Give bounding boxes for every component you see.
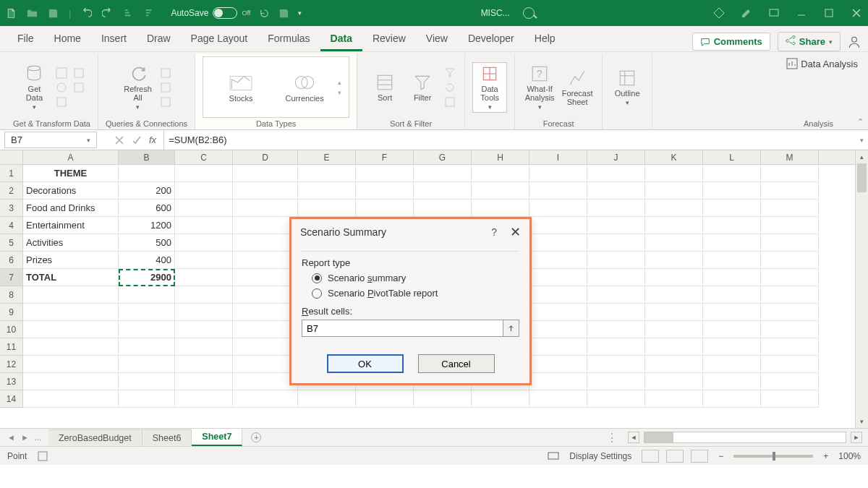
cell[interactable]: [233, 269, 298, 286]
cell[interactable]: [529, 269, 587, 286]
radio-pivot-report[interactable]: Scenario PivotTable report: [312, 288, 519, 299]
cell[interactable]: [529, 304, 587, 321]
present-icon[interactable]: [768, 7, 780, 19]
cell[interactable]: [233, 234, 298, 252]
row-header[interactable]: 3: [0, 200, 23, 217]
cell[interactable]: [703, 252, 761, 269]
cell[interactable]: [761, 338, 819, 356]
cell[interactable]: [175, 390, 233, 408]
cell[interactable]: 500: [119, 234, 175, 252]
row-header[interactable]: 14: [0, 390, 23, 408]
cell[interactable]: [529, 390, 587, 408]
cell[interactable]: [587, 252, 645, 269]
share-button[interactable]: Share ▾: [778, 32, 841, 51]
col-header-C[interactable]: C: [175, 150, 233, 164]
cancel-button[interactable]: Cancel: [418, 354, 495, 373]
cell[interactable]: [119, 390, 175, 408]
cell[interactable]: [529, 165, 587, 182]
tab-developer[interactable]: Developer: [458, 27, 524, 51]
cell[interactable]: [233, 356, 298, 373]
cell[interactable]: [23, 286, 119, 304]
row-header[interactable]: 4: [0, 217, 23, 234]
row-header[interactable]: 12: [0, 356, 23, 373]
get-data-button[interactable]: Get Data ▾: [17, 64, 51, 111]
zoom-level[interactable]: 100%: [838, 451, 861, 461]
cell[interactable]: [175, 200, 233, 217]
tab-data[interactable]: Data: [320, 27, 362, 51]
properties-icon[interactable]: [158, 82, 173, 93]
cell[interactable]: [233, 182, 298, 200]
cell[interactable]: [761, 217, 819, 234]
sheet-tab-sheet6[interactable]: Sheet6: [142, 429, 192, 446]
cell[interactable]: [703, 269, 761, 286]
tab-review[interactable]: Review: [362, 27, 416, 51]
cell[interactable]: [119, 356, 175, 373]
diamond-icon[interactable]: [713, 7, 725, 19]
new-file-icon[interactable]: [6, 8, 17, 19]
cell[interactable]: [703, 182, 761, 200]
col-header-G[interactable]: G: [414, 150, 472, 164]
cell[interactable]: [472, 390, 529, 408]
cell[interactable]: [23, 304, 119, 321]
account-icon[interactable]: [848, 35, 861, 48]
cell[interactable]: [298, 200, 356, 217]
row-header[interactable]: 6: [0, 252, 23, 269]
chevron-down-icon[interactable]: ▾: [87, 137, 90, 144]
sheet-tab-zerobasedbudget[interactable]: ZeroBasedBudget: [48, 429, 142, 446]
new-sheet-button[interactable]: +: [242, 432, 270, 442]
cell[interactable]: [119, 286, 175, 304]
cell[interactable]: [529, 286, 587, 304]
whatif-button[interactable]: ? What-If Analysis ▾: [522, 64, 557, 111]
cell[interactable]: [587, 234, 645, 252]
forecast-sheet-button[interactable]: Forecast Sheet: [560, 69, 595, 106]
cell[interactable]: [414, 182, 472, 200]
col-header-E[interactable]: E: [298, 150, 356, 164]
cell[interactable]: [645, 321, 703, 338]
cell[interactable]: [233, 217, 298, 234]
col-header-J[interactable]: J: [587, 150, 645, 164]
undo-icon[interactable]: [81, 8, 92, 19]
cell[interactable]: [472, 165, 529, 182]
horizontal-scrollbar[interactable]: [644, 432, 846, 443]
cell[interactable]: [645, 390, 703, 408]
cell[interactable]: [761, 234, 819, 252]
cell[interactable]: [529, 234, 587, 252]
sort-asc-icon[interactable]: [123, 8, 134, 19]
cancel-icon[interactable]: [114, 135, 124, 145]
cell[interactable]: [703, 373, 761, 390]
search-icon[interactable]: [523, 7, 535, 19]
cell[interactable]: [587, 321, 645, 338]
ok-button[interactable]: OK: [327, 354, 404, 373]
cell[interactable]: [703, 217, 761, 234]
cell[interactable]: [414, 165, 472, 182]
refresh-all-button[interactable]: Refresh All ▾: [121, 64, 156, 111]
enter-icon[interactable]: [132, 135, 142, 145]
col-header-F[interactable]: F: [356, 150, 414, 164]
cell-selected[interactable]: 2900: [119, 269, 175, 286]
cell[interactable]: [587, 165, 645, 182]
cell[interactable]: [761, 200, 819, 217]
row-header[interactable]: 2: [0, 182, 23, 200]
undo-history-icon[interactable]: [259, 8, 270, 19]
cell[interactable]: [645, 182, 703, 200]
cell[interactable]: [587, 182, 645, 200]
dialog-close-button[interactable]: ✕: [510, 224, 521, 240]
cell[interactable]: [703, 234, 761, 252]
cell[interactable]: [175, 182, 233, 200]
tab-file[interactable]: File: [7, 27, 44, 51]
cell[interactable]: [529, 321, 587, 338]
cell[interactable]: Prizes: [23, 252, 119, 269]
expand-formula-icon[interactable]: ▾: [855, 130, 868, 150]
advanced-icon[interactable]: [443, 96, 457, 108]
cell[interactable]: 400: [119, 252, 175, 269]
cell[interactable]: [645, 252, 703, 269]
tab-formulas[interactable]: Formulas: [258, 27, 320, 51]
fx-label[interactable]: fx: [149, 134, 156, 145]
cell[interactable]: [587, 286, 645, 304]
cell[interactable]: [703, 321, 761, 338]
cell[interactable]: [356, 200, 414, 217]
existing-conn-icon[interactable]: [72, 82, 86, 93]
cell[interactable]: [587, 338, 645, 356]
cell[interactable]: [119, 373, 175, 390]
cell[interactable]: [233, 338, 298, 356]
